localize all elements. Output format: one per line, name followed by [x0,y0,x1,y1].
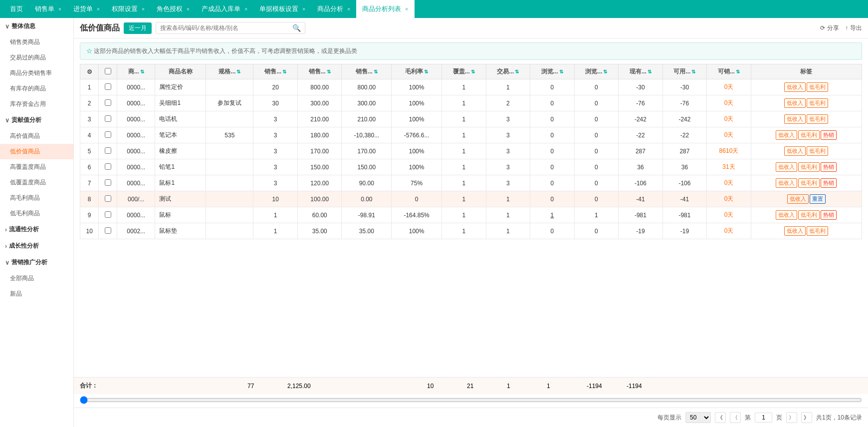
sidebar-item-high-cover[interactable]: 高覆盖度商品 [0,159,73,175]
share-icon: ⟳ [820,24,825,31]
row-num: 1 [80,79,99,95]
row-view1[interactable]: 0 [530,159,575,175]
row-code: 0002... [117,223,155,239]
row-view1[interactable]: 0 [530,223,575,239]
row-checkbox[interactable] [99,95,117,111]
th-days[interactable]: 可销...⇅ [707,64,751,79]
row-view1[interactable]: 0 [530,127,575,143]
th-name: 商品名称 [155,64,206,79]
sidebar-item-inventory-fund[interactable]: 库存资金占用 [0,96,73,112]
row-sale2: 0.00 [342,191,392,207]
sidebar-group-contribution[interactable]: ∨ 贡献值分析 [0,112,73,128]
nav-role[interactable]: 角色授权 × [151,0,196,18]
row-view2: 0 [574,223,619,239]
next-page-btn[interactable]: 〉 [786,412,797,423]
th-trade[interactable]: 交易...⇅ [486,64,530,79]
row-days: 8610天 [707,143,751,159]
page-header: 低价值商品 近一月 🔍 ⟳ 分享 ↑ 导出 [74,18,868,38]
sidebar-group-circulation[interactable]: › 流通性分析 [0,221,73,238]
tag: 低毛利 [798,130,820,140]
th-stock[interactable]: 现有...⇅ [619,64,663,79]
sidebar-group-overall[interactable]: ∨ 整体信息 [0,18,73,34]
th-sale-amount[interactable]: 销售...⇅ [297,64,342,79]
nav-sales[interactable]: 销售单 × [29,0,67,18]
sidebar-item-high-gross[interactable]: 高毛利商品 [0,190,73,206]
sidebar-item-high-value[interactable]: 高价值商品 [0,128,73,144]
row-checkbox[interactable] [99,191,117,207]
export-button[interactable]: ↑ 导出 [845,24,862,32]
row-sale1: 210.00 [297,111,342,127]
row-checkbox[interactable] [99,207,117,223]
search-box: 🔍 [156,22,305,34]
row-checkbox[interactable] [99,175,117,191]
th-view2[interactable]: 浏览...⇅ [574,64,619,79]
nav-product-in[interactable]: 产成品入库单 × [196,0,253,18]
pagination: 每页显示 50 20 100 《 〈 第 页 〉 》 共1页，10条记录 [74,408,868,427]
table-scrollbar[interactable] [74,394,868,408]
row-stock: -19 [619,223,663,239]
row-checkbox[interactable] [99,111,117,127]
nav-goods-list[interactable]: 商品分析列表 × [356,0,414,18]
row-days: 31天 [707,159,751,175]
th-view1[interactable]: 浏览...⇅ [530,64,575,79]
th-sale-profit[interactable]: 销售...⇅ [342,64,392,79]
row-view1[interactable]: 0 [530,79,575,95]
sidebar-group-marketing[interactable]: ∨ 营销推广分析 [0,254,73,271]
search-icon[interactable]: 🔍 [292,24,301,32]
sidebar-item-all-goods[interactable]: 全部商品 [0,271,73,286]
th-avail[interactable]: 可用...⇅ [662,64,707,79]
row-checkbox[interactable] [99,223,117,239]
nav-goods-analysis[interactable]: 商品分析 × [311,0,356,18]
row-sale2: 90.00 [342,175,392,191]
horizontal-scroll[interactable] [80,396,862,404]
nav-permission[interactable]: 权限设置 × [106,0,151,18]
row-view1[interactable]: 1 [530,207,575,223]
row-checkbox[interactable] [99,79,117,95]
prev-page-btn[interactable]: 〈 [730,412,741,423]
row-view1[interactable]: 0 [530,175,575,191]
row-view1[interactable]: 0 [530,111,575,127]
th-code[interactable]: 商...⇅ [117,64,155,79]
sidebar-item-sales-goods[interactable]: 销售类商品 [0,34,73,50]
sidebar-item-stocked-goods[interactable]: 有库存的商品 [0,81,73,96]
row-sale1: 60.00 [297,207,342,223]
sidebar-item-low-value[interactable]: 低价值商品 [0,144,73,159]
row-code: 0000... [117,79,155,95]
share-button[interactable]: ⟳ 分享 [820,24,839,32]
row-checkbox[interactable] [99,143,117,159]
last-page-btn[interactable]: 》 [801,412,812,423]
th-settings[interactable]: ⚙ [80,64,99,79]
select-all-checkbox[interactable] [105,68,111,74]
table-row: 2 0000... 吴细细1 参加复试 30 300.00 300.00 100… [80,95,862,111]
th-sale-qty[interactable]: 销售...⇅ [253,64,298,79]
sidebar-item-category-rate[interactable]: 商品分类销售率 [0,65,73,81]
nav-purchase[interactable]: 进货单 × [67,0,106,18]
footer-sale1: 2,125.00 [287,383,327,390]
page-number-input[interactable] [755,413,772,423]
th-gross-rate[interactable]: 毛利率⇅ [392,64,442,79]
th-cover[interactable]: 覆盖...⇅ [442,64,486,79]
row-name: 鼠标 [155,207,206,223]
row-view1[interactable]: 0 [530,143,575,159]
table-container[interactable]: ⚙ 商...⇅ 商品名称 规格...⇅ 销售...⇅ 销售...⇅ 销售...⇅… [74,64,868,377]
th-spec[interactable]: 规格...⇅ [206,64,253,79]
sidebar-item-low-cover[interactable]: 低覆盖度商品 [0,175,73,190]
sidebar-item-traded-goods[interactable]: 交易过的商品 [0,50,73,65]
row-checkbox[interactable] [99,127,117,143]
per-page-select[interactable]: 50 20 100 [685,412,711,423]
row-gross: 100% [392,159,442,175]
row-checkbox[interactable] [99,159,117,175]
nav-home[interactable]: 首页 [4,0,29,18]
nav-template[interactable]: 单据模板设置 × [253,0,311,18]
table-row: 7 0000... 鼠标1 3 120.00 90.00 75% 1 3 0 0… [80,175,862,191]
search-input[interactable] [160,24,290,31]
sidebar-item-low-gross[interactable]: 低毛利商品 [0,206,73,221]
sidebar-group-growth[interactable]: › 成长性分析 [0,238,73,254]
row-view1[interactable]: 0 [530,191,575,207]
first-page-btn[interactable]: 《 [715,412,726,423]
sidebar-item-new-goods[interactable]: 新品 [0,286,73,302]
row-view1[interactable]: 0 [530,95,575,111]
period-button[interactable]: 近一月 [124,22,152,34]
row-stock: -76 [619,95,663,111]
row-view2: 0 [574,127,619,143]
